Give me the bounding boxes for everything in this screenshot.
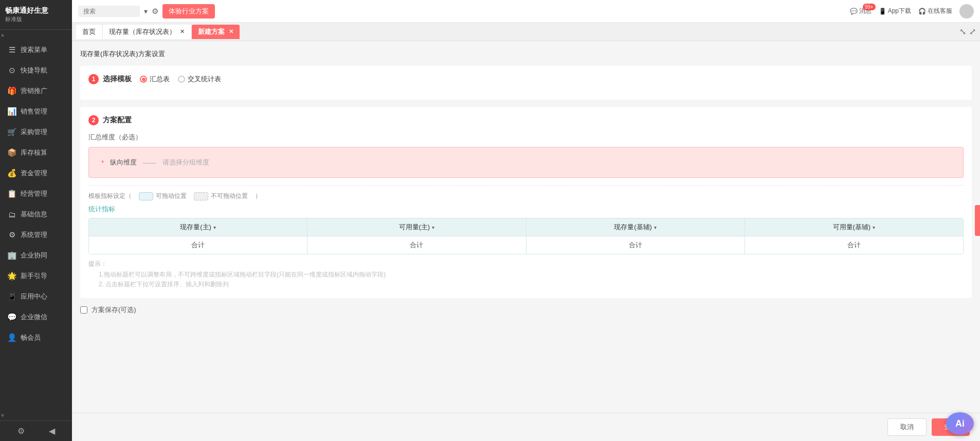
dimension-selection-box[interactable]: * 纵向维度 —— 请选择分组维度: [88, 147, 964, 178]
app-center-icon: 📱: [7, 292, 16, 301]
sidebar-item-label: 搜索菜单: [21, 45, 47, 54]
metrics-col-2-header[interactable]: 可用量(主) ▾: [307, 218, 526, 236]
right-float-indicator: [975, 205, 980, 236]
search-menu-icon: ☰: [7, 45, 16, 54]
sidebar-item-label: 快捷导航: [21, 66, 47, 75]
col-1-chevron-icon: ▾: [213, 225, 216, 230]
customer-service-label: 在线客服: [928, 7, 952, 15]
sidebar-item-wechat[interactable]: 💬 企业微信: [0, 307, 72, 327]
sidebar-item-inventory[interactable]: 📦 库存核算: [0, 142, 72, 163]
col-3-chevron-icon: ▾: [654, 225, 657, 230]
metrics-col-3-data: 合计: [527, 236, 745, 254]
radio-cross[interactable]: 交叉统计表: [178, 75, 221, 84]
sidebar-item-sales[interactable]: 📊 销售管理: [0, 101, 72, 122]
metrics-header-row: 现存量(主) ▾ 可用量(主) ▾ 现存量(基辅) ▾ 可用量(基辅) ▾: [89, 218, 963, 236]
sidebar-item-label: 应用中心: [21, 292, 47, 301]
audio-icon[interactable]: ◀: [49, 426, 55, 436]
dropdown-button[interactable]: ▾: [144, 7, 148, 15]
sidebar-item-label: 企业微信: [21, 313, 47, 322]
draggable-box-icon: [139, 192, 153, 200]
inventory-icon: 📦: [7, 148, 16, 157]
sidebar-item-operations[interactable]: 📋 经营管理: [0, 183, 72, 204]
sidebar-item-purchase[interactable]: 🛒 采购管理: [0, 122, 72, 142]
app-name: 畅康通好生意: [5, 6, 67, 15]
save-checkbox[interactable]: [80, 306, 87, 314]
avatar[interactable]: [959, 4, 974, 19]
tab-minimize-button[interactable]: ⤡: [959, 27, 966, 36]
step2-header: 2 方案配置: [88, 115, 964, 125]
sidebar-item-quick-nav[interactable]: ⊙ 快捷导航: [0, 60, 72, 81]
system-icon: ⚙: [7, 230, 16, 240]
app-logo: 畅康通好生意 标准版: [0, 0, 72, 30]
metrics-col-1-data: 合计: [89, 236, 307, 254]
topbar: ▾ ⚙ 体验行业方案 💬 消息 99+ 📱 App下载 🎧 在线客服: [72, 0, 980, 23]
sidebar-scroll-top[interactable]: ▲: [0, 30, 5, 40]
metrics-col-2-data: 合计: [307, 236, 526, 254]
sidebar-item-finance[interactable]: 💰 资金管理: [0, 163, 72, 183]
radio-summary[interactable]: 汇总表: [140, 75, 170, 84]
tab-home-label: 首页: [82, 27, 96, 36]
cancel-button[interactable]: 取消: [887, 418, 927, 436]
sidebar-item-enterprise[interactable]: 🏢 企业协同: [0, 245, 72, 266]
app-edition: 标准版: [5, 15, 67, 23]
sidebar-item-search-menu[interactable]: ☰ 搜索菜单: [0, 40, 72, 60]
enterprise-icon: 🏢: [7, 251, 16, 260]
marketing-icon: 🎁: [7, 86, 16, 96]
ai-badge-button[interactable]: Ai: [946, 412, 974, 435]
sidebar-item-newbie[interactable]: 🌟 新手引导: [0, 266, 72, 286]
main-area: ▾ ⚙ 体验行业方案 💬 消息 99+ 📱 App下载 🎧 在线客服 首页: [72, 0, 980, 441]
section-divider: [88, 185, 964, 186]
finance-icon: 💰: [7, 169, 16, 178]
tab-inventory-close-icon[interactable]: ✕: [180, 28, 185, 35]
sidebar-item-label: 库存核算: [21, 148, 47, 157]
metrics-col-1-header[interactable]: 现存量(主) ▾: [89, 218, 307, 236]
scroll-down-arrow[interactable]: ▼: [0, 413, 5, 418]
sales-icon: 📊: [7, 107, 16, 116]
tabbar-actions: ⤡ ⤢: [959, 27, 976, 36]
tips-section: 提示： 1.拖动标题栏可以调整布局，不可跨维度或指标区域拖动栏目字段(只能在同一…: [88, 260, 964, 289]
customer-service-button[interactable]: 🎧 在线客服: [918, 7, 952, 15]
app-download-button[interactable]: 📱 App下载: [879, 7, 911, 15]
save-label: 方案保存(可选): [92, 305, 136, 315]
basics-icon: 🗂: [7, 210, 16, 219]
dimension-dash: ——: [143, 159, 156, 167]
radio-summary-label: 汇总表: [150, 75, 170, 84]
sidebar-item-member[interactable]: 👤 畅会员: [0, 327, 72, 348]
sidebar-item-label: 经营管理: [21, 189, 47, 198]
settings-icon[interactable]: ⚙: [17, 426, 25, 436]
sidebar-item-app-center[interactable]: 📱 应用中心: [0, 286, 72, 307]
save-section: 方案保存(可选): [80, 305, 972, 315]
tab-home[interactable]: 首页: [76, 25, 102, 39]
metrics-col-3-header[interactable]: 现存量(基辅) ▾: [527, 218, 745, 236]
metrics-table: 现存量(主) ▾ 可用量(主) ▾ 现存量(基辅) ▾ 可用量(基辅) ▾: [88, 218, 964, 254]
metrics-col-4-header[interactable]: 可用量(基辅) ▾: [745, 218, 963, 236]
page-title: 现存量(库存状况表)方案设置: [80, 49, 972, 59]
sidebar-item-label: 资金管理: [21, 169, 47, 178]
metrics-col-3-label: 现存量(基辅): [614, 223, 652, 232]
fixed-box-icon: [194, 192, 208, 200]
customer-service-icon: 🎧: [918, 8, 926, 15]
sidebar-item-label: 系统管理: [21, 230, 47, 240]
scroll-up-arrow[interactable]: ▲: [0, 32, 5, 38]
tab-expand-button[interactable]: ⤢: [969, 27, 976, 36]
topbar-right: 💬 消息 99+ 📱 App下载 🎧 在线客服: [850, 4, 974, 19]
messages-badge: 99+: [863, 4, 876, 10]
tab-new-close-icon[interactable]: ✕: [229, 28, 233, 35]
tab-inventory-status[interactable]: 现存量（库存状况表） ✕: [103, 25, 191, 39]
metrics-legend: 模板指标设定（ 可拖动位置 不可拖动位置 ）: [88, 192, 964, 200]
ai-badge-label: Ai: [955, 418, 965, 429]
industry-plan-button[interactable]: 体验行业方案: [162, 4, 215, 19]
draggable-label: 可拖动位置: [156, 192, 187, 200]
sidebar-item-marketing[interactable]: 🎁 营销推广: [0, 81, 72, 101]
topbar-gear-icon[interactable]: ⚙: [152, 7, 158, 16]
fixed-label: 不可拖动位置: [211, 192, 248, 200]
tab-new-plan[interactable]: 新建方案 ✕: [192, 25, 240, 39]
sidebar-item-basics[interactable]: 🗂 基础信息: [0, 204, 72, 225]
sidebar-item-system[interactable]: ⚙ 系统管理: [0, 225, 72, 245]
messages-button[interactable]: 💬 消息 99+: [850, 7, 872, 15]
metrics-col-2-label: 可用量(主): [399, 223, 430, 232]
dimension-placeholder: 请选择分组维度: [162, 158, 209, 167]
search-input[interactable]: [78, 6, 140, 17]
sidebar-scroll-bottom[interactable]: ▼: [0, 411, 5, 420]
dimension-sublabel: 汇总维度（必选）: [88, 133, 964, 142]
